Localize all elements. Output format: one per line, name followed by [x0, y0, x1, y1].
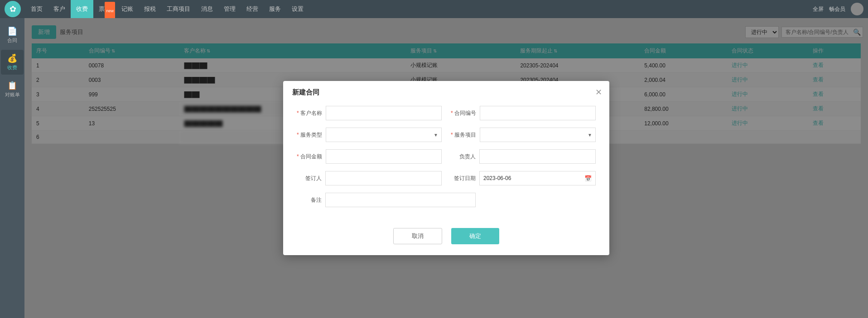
- signer-label: 签订人: [297, 175, 322, 182]
- form-group-service-item: 服务项目 ▼: [451, 128, 596, 142]
- confirm-button[interactable]: 确定: [451, 228, 499, 244]
- nav-business[interactable]: 工商项目: [161, 0, 196, 18]
- remark-input[interactable]: [325, 193, 476, 207]
- calendar-icon[interactable]: 📅: [584, 175, 592, 182]
- contract-amount-label: 合同金额: [297, 153, 322, 161]
- fee-icon: 💰: [7, 53, 17, 63]
- nav-service[interactable]: 服务: [264, 0, 286, 18]
- main-layout: 📄 合同 💰 收费 📋 对账单 新增 服务项目 进行中 已完成 已终止 🔍: [0, 18, 868, 318]
- modal-overlay: 新建合同 ✕ 客户名称 合同编号: [24, 18, 868, 318]
- remark-label: 备注: [297, 196, 322, 204]
- form-group-sign-date: 签订日期 2023-06-06 📅: [451, 171, 596, 185]
- new-contract-modal: 新建合同 ✕ 客户名称 合同编号: [283, 81, 609, 255]
- sign-date-wrap[interactable]: 2023-06-06 📅: [479, 171, 596, 185]
- sidebar-item-contract[interactable]: 📄 合同: [1, 23, 24, 47]
- top-navigation: ✿ 首页 客户 收费 票据 new 记账 报税 工商项目 消息 管理 经营 服务…: [0, 0, 868, 18]
- form-group-amount: 合同金额 0.00: [297, 149, 442, 164]
- client-name-input[interactable]: [326, 106, 442, 120]
- nav-home[interactable]: 首页: [25, 0, 48, 18]
- content-area: 新增 服务项目 进行中 已完成 已终止 🔍 序号 合同编号⇅ 客户名称⇅ 服务项…: [24, 18, 868, 318]
- service-item-select-wrap: ▼: [480, 128, 596, 142]
- modal-close-button[interactable]: ✕: [595, 87, 602, 97]
- nav-client[interactable]: 客户: [48, 0, 71, 18]
- contract-amount-input[interactable]: 0.00: [326, 149, 442, 164]
- nav-tax[interactable]: 报税: [139, 0, 161, 18]
- nav-fee[interactable]: 收费: [71, 0, 93, 18]
- nav-settings[interactable]: 设置: [286, 0, 309, 18]
- modal-footer: 取消 确定: [283, 223, 609, 255]
- member-label[interactable]: 畅会员: [829, 5, 845, 13]
- nav-invoice[interactable]: 票据 new: [93, 0, 116, 18]
- left-sidebar: 📄 合同 💰 收费 📋 对账单: [0, 18, 24, 318]
- form-group-responsible: 负责人: [451, 149, 596, 164]
- contract-icon: 📄: [7, 26, 17, 36]
- sign-date-value: 2023-06-06: [483, 175, 582, 181]
- form-group-client-name: 客户名称: [297, 106, 442, 120]
- responsible-label: 负责人: [451, 153, 476, 161]
- sign-date-label: 签订日期: [451, 175, 476, 182]
- sidebar-item-fee-label: 收费: [7, 64, 17, 71]
- sidebar-item-contract-label: 合同: [7, 37, 17, 44]
- contract-no-label: 合同编号: [451, 109, 476, 117]
- cancel-button[interactable]: 取消: [393, 228, 442, 244]
- service-type-label: 服务类型: [297, 131, 322, 139]
- form-group-remark: 备注: [297, 193, 476, 207]
- form-group-signer: 签订人: [297, 171, 442, 185]
- service-item-label: 服务项目: [451, 131, 476, 139]
- nav-accounting[interactable]: 记账: [116, 0, 139, 18]
- sidebar-item-fee[interactable]: 💰 收费: [1, 50, 24, 75]
- modal-body: 客户名称 合同编号 服务类型: [283, 101, 609, 223]
- contract-no-input[interactable]: [480, 106, 596, 120]
- service-type-select[interactable]: [326, 128, 442, 142]
- form-row-3: 合同金额 0.00 负责人: [297, 149, 596, 164]
- sidebar-item-reconciliation-label: 对账单: [5, 91, 20, 98]
- form-row-5: 备注: [297, 193, 596, 207]
- avatar[interactable]: [851, 3, 863, 15]
- sidebar-item-reconciliation[interactable]: 📋 对账单: [1, 77, 24, 102]
- form-row-2: 服务类型 ▼ 服务项目 ▼: [297, 128, 596, 142]
- nav-manage[interactable]: 管理: [218, 0, 241, 18]
- responsible-input[interactable]: [479, 149, 596, 164]
- signer-input[interactable]: [325, 171, 442, 185]
- service-item-select[interactable]: [480, 128, 596, 142]
- form-group-service-type: 服务类型 ▼: [297, 128, 442, 142]
- new-badge: new: [105, 2, 115, 20]
- nav-right-area: 全屏 畅会员: [813, 3, 863, 15]
- modal-title: 新建合同: [283, 81, 609, 101]
- reconciliation-icon: 📋: [7, 81, 17, 90]
- client-name-label: 客户名称: [297, 109, 322, 117]
- form-row-4: 签订人 签订日期 2023-06-06 📅: [297, 171, 596, 185]
- nav-message[interactable]: 消息: [196, 0, 218, 18]
- form-group-contract-no: 合同编号: [451, 106, 596, 120]
- form-row-1: 客户名称 合同编号: [297, 106, 596, 120]
- fullscreen-label[interactable]: 全屏: [813, 5, 824, 13]
- service-type-select-wrap: ▼: [326, 128, 442, 142]
- app-logo: ✿: [5, 1, 21, 17]
- nav-operation[interactable]: 经营: [241, 0, 264, 18]
